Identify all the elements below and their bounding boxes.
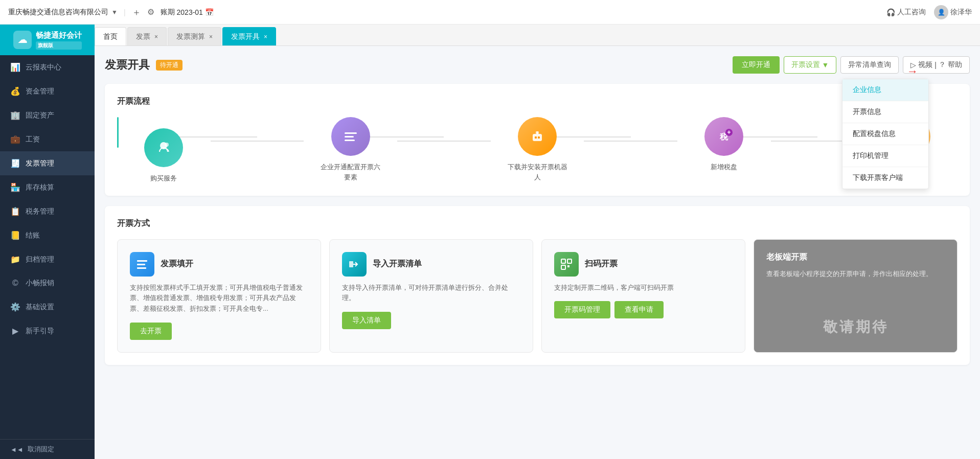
sidebar-item-cloud-report[interactable]: 📊 云报表中心 bbox=[0, 55, 95, 79]
dropdown-item-label: 开票信息 bbox=[853, 107, 881, 116]
settings-button[interactable]: 开票设置 ▼ bbox=[784, 56, 837, 74]
config-enterprise-label: 企业开通配置开票六要素 bbox=[320, 162, 381, 182]
headset-icon: 🎧 bbox=[886, 8, 895, 16]
svg-rect-23 bbox=[567, 265, 569, 267]
sidebar-item-settings[interactable]: ⚙️ 基础设置 bbox=[0, 295, 95, 319]
accounting-icon: 📒 bbox=[10, 231, 20, 240]
company-name: 重庆畅捷交通信息咨询有限公司 bbox=[8, 8, 108, 17]
sidebar-item-fixed-assets[interactable]: 🏢 固定资产 bbox=[0, 103, 95, 127]
topbar-right: 🎧 人工咨询 👤 徐泽华 bbox=[886, 5, 972, 19]
sidebar-bottom-action[interactable]: ◄◄ 取消固定 bbox=[0, 439, 95, 459]
flow-step-config-enterprise: 企业开通配置开票六要素 bbox=[304, 117, 397, 182]
user-name: 徐泽华 bbox=[950, 8, 972, 17]
sidebar: ☁ 畅捷通好会计 旗舰版 📊 云报表中心 💰 资金管理 🏢 固定资产 💼 工资 bbox=[0, 25, 95, 459]
methods-section-title: 开票方式 bbox=[117, 218, 958, 229]
user-menu[interactable]: 👤 徐泽华 bbox=[934, 5, 972, 19]
guide-icon: ▶ bbox=[10, 326, 20, 336]
help-label: 帮助 bbox=[948, 60, 962, 70]
activate-button[interactable]: 立即开通 bbox=[733, 56, 780, 74]
settings-chevron-icon: ▼ bbox=[822, 61, 829, 69]
sidebar-item-archive[interactable]: 📁 归档管理 bbox=[0, 247, 95, 271]
boss-invoice-header: 老板端开票 bbox=[766, 252, 945, 263]
tax-icon: 📋 bbox=[10, 206, 20, 216]
tab-invoice-close-icon[interactable]: × bbox=[154, 33, 158, 40]
flow-section: 开票流程 购买服务 bbox=[105, 84, 970, 196]
svg-text:+: + bbox=[727, 129, 731, 136]
dropdown-item-invoice-info[interactable]: 开票信息 bbox=[842, 101, 928, 123]
buy-service-icon bbox=[144, 128, 183, 167]
sidebar-item-guide[interactable]: ▶ 新手引导 bbox=[0, 319, 95, 343]
page-title-area: 发票开具 待开通 bbox=[105, 57, 183, 73]
methods-section: 开票方式 发票填开 支持按照发票样式手工填开发票；可开具增值税电子普通发票、增值… bbox=[105, 206, 970, 365]
add-company-button[interactable]: ＋ bbox=[132, 6, 141, 18]
view-application-button[interactable]: 查看申请 bbox=[614, 301, 664, 318]
tabbar: 首页 发票 × 发票测算 × 发票开具 × bbox=[95, 25, 980, 46]
calendar-icon[interactable]: 📅 bbox=[205, 8, 214, 16]
logo-title: 畅捷通好会计 bbox=[36, 31, 82, 40]
svg-rect-21 bbox=[567, 259, 572, 263]
separator: | bbox=[935, 61, 937, 69]
add-tax-disk-label: 新增税盘 bbox=[711, 162, 737, 172]
support-label: 人工咨询 bbox=[897, 8, 926, 17]
page-actions: 立即开通 开票设置 ▼ 异常清单查询 ▷ 视频 | ？ 帮助 bbox=[733, 56, 970, 74]
svg-rect-3 bbox=[345, 136, 354, 137]
sidebar-item-fund[interactable]: 💰 资金管理 bbox=[0, 79, 95, 103]
qr-manage-button[interactable]: 开票码管理 bbox=[554, 301, 610, 318]
fill-invoice-header: 发票填开 bbox=[130, 252, 308, 277]
import-list-icon bbox=[342, 252, 367, 277]
flow-connector3 bbox=[584, 141, 677, 142]
tab-invoice[interactable]: 发票 × bbox=[127, 27, 167, 45]
sidebar-item-label: 库存核算 bbox=[26, 183, 54, 192]
exception-button[interactable]: 异常清单查询 bbox=[840, 56, 899, 74]
scan-invoice-title: 扫码开票 bbox=[585, 259, 618, 269]
sidebar-item-payroll[interactable]: 💼 工资 bbox=[0, 127, 95, 151]
boss-invoice-title: 老板端开票 bbox=[766, 252, 807, 263]
tab-home[interactable]: 首页 bbox=[95, 27, 126, 45]
sidebar-item-label: 税务管理 bbox=[26, 207, 54, 216]
tab-invoice-calc[interactable]: 发票测算 × bbox=[168, 27, 221, 45]
payroll-icon: 💼 bbox=[10, 134, 20, 144]
period-value: 2023-01 bbox=[177, 8, 203, 16]
methods-grid: 发票填开 支持按照发票样式手工填开发票；可开具增值税电子普通发票、增值税普通发票… bbox=[117, 239, 958, 353]
flow-steps: 购买服务 企业开通配置开票六要素 下载并安装开票 bbox=[117, 117, 958, 183]
sidebar-item-inventory[interactable]: 🏪 库存核算 bbox=[0, 175, 95, 199]
report-sales-icon: © bbox=[10, 279, 20, 288]
sidebar-nav: 📊 云报表中心 💰 资金管理 🏢 固定资产 💼 工资 🧾 发票管理 🏪 bbox=[0, 55, 95, 439]
company-selector[interactable]: 重庆畅捷交通信息咨询有限公司 ▼ bbox=[8, 8, 118, 17]
sidebar-item-label: 归档管理 bbox=[26, 255, 54, 264]
dropdown-item-company-info[interactable]: 企业信息 bbox=[842, 79, 928, 101]
logo-text-area: 畅捷通好会计 旗舰版 bbox=[36, 31, 82, 50]
logo-icon: ☁ bbox=[13, 31, 32, 49]
dropdown-item-tax-config[interactable]: 配置税盘信息 bbox=[842, 123, 928, 145]
sidebar-item-label: 发票管理 bbox=[26, 159, 54, 168]
import-list-header: 导入开票清单 bbox=[342, 252, 520, 277]
dropdown-item-printer[interactable]: 打印机管理 bbox=[842, 145, 928, 167]
sidebar-item-report-sales[interactable]: © 小畅报销 bbox=[0, 271, 95, 295]
tab-invoice-calc-close-icon[interactable]: × bbox=[209, 33, 213, 40]
svg-rect-2 bbox=[345, 132, 357, 134]
sidebar-item-invoice[interactable]: 🧾 发票管理 bbox=[0, 151, 95, 175]
config-enterprise-icon bbox=[331, 117, 370, 156]
scan-invoice-buttons: 开票码管理 查看申请 bbox=[554, 301, 733, 318]
import-list-title: 导入开票清单 bbox=[373, 259, 422, 269]
sidebar-item-tax[interactable]: 📋 税务管理 bbox=[0, 199, 95, 223]
content-area: 首页 发票 × 发票测算 × 发票开具 × 发票开具 待开通 bbox=[95, 25, 980, 459]
tab-invoice-open-close-icon[interactable]: × bbox=[264, 33, 267, 40]
dropdown-item-download-client[interactable]: 下载开票客户端 bbox=[842, 167, 928, 189]
method-card-fill-invoice: 发票填开 支持按照发票样式手工填开发票；可开具增值税电子普通发票、增值税普通发票… bbox=[117, 239, 321, 353]
tab-invoice-open[interactable]: 发票开具 × bbox=[222, 27, 276, 45]
fill-invoice-title: 发票填开 bbox=[161, 259, 193, 269]
topbar: 重庆畅捷交通信息咨询有限公司 ▼ | ＋ ⚙ 账期 2023-01 📅 🎧 人工… bbox=[0, 0, 980, 25]
import-list-button[interactable]: 导入清单 bbox=[342, 312, 391, 329]
buy-service-label: 购买服务 bbox=[150, 173, 177, 183]
tab-invoice-label: 发票 bbox=[136, 32, 150, 41]
settings-gear-icon[interactable]: ⚙ bbox=[147, 7, 154, 17]
sidebar-logo: ☁ 畅捷通好会计 旗舰版 bbox=[0, 25, 95, 55]
flow-step-buy-service: 购买服务 bbox=[117, 117, 211, 183]
company-chevron-icon: ▼ bbox=[111, 9, 118, 16]
sidebar-item-accounting[interactable]: 📒 结账 bbox=[0, 223, 95, 247]
support-button[interactable]: 🎧 人工咨询 bbox=[886, 8, 926, 17]
settings-button-label: 开票设置 bbox=[791, 60, 820, 70]
go-invoice-button[interactable]: 去开票 bbox=[130, 323, 172, 340]
page-content: 发票开具 待开通 立即开通 开票设置 ▼ 异常清单查询 ▷ 视频 | ？ bbox=[95, 46, 980, 459]
